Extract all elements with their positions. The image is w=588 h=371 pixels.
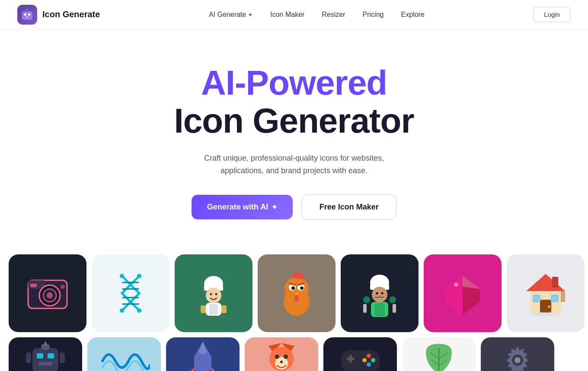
svg-marker-57 [561, 291, 565, 302]
gallery-item-chicken [258, 254, 336, 332]
svg-rect-64 [32, 348, 58, 371]
nav-item-pricing[interactable]: Pricing [363, 11, 384, 19]
generate-ai-label: Generate with AI [207, 203, 268, 212]
svg-marker-55 [526, 274, 565, 291]
svg-point-87 [362, 358, 367, 362]
nav-links: AI Generate ✦ Icon Maker Resizer Pricing… [209, 11, 425, 19]
svg-point-94 [514, 357, 521, 363]
hero-buttons: Generate with AI ✦ Free Icon Maker [192, 194, 396, 220]
svg-rect-66 [48, 353, 54, 358]
svg-point-23 [206, 288, 221, 303]
svg-marker-53 [463, 276, 480, 289]
svg-point-38 [294, 295, 299, 302]
btn-sparkle-icon: ✦ [272, 203, 277, 211]
nav-ai-generate-label: AI Generate [209, 11, 246, 19]
nav-item-explore[interactable]: Explore [401, 11, 425, 19]
gallery-item-gear [481, 337, 554, 371]
svg-point-35 [300, 286, 304, 290]
svg-point-86 [367, 362, 371, 367]
gallery-item-chef-dark [341, 254, 419, 332]
login-button[interactable]: Login [533, 7, 571, 22]
gallery-item-robot [9, 337, 82, 371]
svg-point-20 [137, 308, 141, 313]
svg-rect-11 [30, 284, 37, 287]
nav-item-ai-generate[interactable]: AI Generate ✦ [209, 11, 253, 19]
svg-point-24 [210, 293, 212, 295]
svg-point-84 [367, 354, 371, 358]
hero-title-main: Icon Generator [174, 102, 414, 140]
svg-rect-48 [363, 304, 367, 313]
nav-pricing-label: Pricing [363, 11, 384, 19]
svg-point-46 [363, 296, 370, 303]
svg-point-34 [291, 286, 295, 290]
nav-item-resizer[interactable]: Resizer [322, 11, 345, 19]
gallery-item-fox [245, 337, 318, 371]
logo-svg [20, 8, 34, 22]
svg-point-54 [454, 282, 458, 287]
generate-with-ai-button[interactable]: Generate with AI ✦ [192, 195, 293, 219]
svg-rect-65 [37, 353, 43, 358]
svg-point-10 [47, 292, 53, 298]
svg-point-17 [120, 274, 124, 278]
svg-point-25 [215, 293, 217, 295]
brand-name: Icon Generate [42, 10, 100, 19]
svg-point-18 [137, 274, 141, 278]
svg-point-79 [284, 355, 288, 359]
hero-title-ai: AI-Powered [174, 64, 414, 102]
svg-marker-52 [445, 276, 463, 315]
gallery-item-leaf [402, 337, 476, 371]
svg-point-19 [120, 308, 124, 313]
svg-rect-5 [27, 9, 28, 10]
hero-title: AI-Powered Icon Generator [174, 64, 414, 140]
svg-rect-67 [39, 362, 52, 365]
svg-rect-60 [551, 295, 559, 302]
brand-logo [17, 5, 37, 25]
svg-point-12 [61, 285, 65, 289]
svg-rect-27 [209, 304, 218, 315]
svg-rect-49 [393, 304, 396, 313]
svg-point-41 [372, 287, 387, 302]
svg-point-63 [530, 312, 561, 316]
navbar: Icon Generate AI Generate ✦ Icon Maker R… [0, 0, 588, 29]
svg-point-80 [280, 361, 283, 363]
svg-rect-59 [533, 295, 540, 302]
gallery-item-camera [9, 254, 86, 332]
svg-rect-3 [26, 16, 29, 18]
svg-rect-28 [201, 305, 206, 313]
svg-rect-62 [552, 277, 558, 288]
svg-rect-0 [22, 11, 32, 20]
svg-point-42 [376, 292, 378, 294]
svg-rect-2 [28, 13, 30, 16]
icon-gallery [0, 246, 588, 371]
svg-rect-69 [45, 342, 46, 345]
svg-rect-71 [60, 352, 65, 363]
svg-rect-29 [221, 305, 227, 313]
hero-section: AI-Powered Icon Generator Craft unique, … [0, 29, 588, 246]
gallery-item-house [507, 254, 585, 332]
nav-icon-maker-label: Icon Maker [270, 11, 304, 19]
svg-rect-70 [26, 352, 31, 363]
svg-point-47 [389, 296, 396, 303]
gallery-row-2 [0, 337, 588, 371]
brand-logo-link[interactable]: Icon Generate [17, 5, 100, 25]
gallery-item-gamepad [323, 337, 397, 371]
nav-item-icon-maker[interactable]: Icon Maker [270, 11, 304, 19]
gallery-item-dna [92, 254, 169, 332]
svg-point-85 [371, 358, 375, 362]
free-icon-maker-button[interactable]: Free Icon Maker [301, 194, 396, 220]
svg-point-61 [548, 305, 550, 308]
hero-subtitle: Craft unique, professional-quality icons… [182, 152, 406, 177]
svg-point-78 [275, 355, 279, 359]
nav-explore-label: Explore [401, 11, 425, 19]
svg-rect-45 [374, 303, 385, 316]
svg-point-43 [381, 292, 383, 294]
nav-resizer-label: Resizer [322, 11, 345, 19]
gallery-item-chef-green [175, 254, 252, 332]
svg-rect-1 [24, 13, 26, 16]
svg-rect-83 [349, 355, 352, 363]
sparkle-icon: ✦ [248, 11, 253, 18]
gallery-item-wave [87, 337, 161, 371]
gallery-item-rocket [166, 337, 240, 371]
gallery-item-gem [424, 254, 502, 332]
gallery-row-1 [0, 254, 588, 337]
